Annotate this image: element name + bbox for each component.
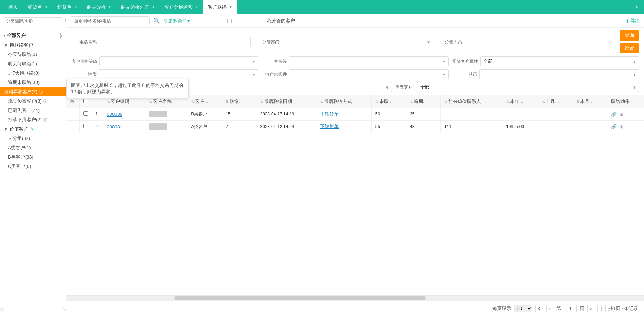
person-select[interactable]: ··· bbox=[464, 37, 616, 47]
nav-sales-order[interactable]: 销货单 × bbox=[23, 0, 52, 14]
sidebar-scroll-right[interactable]: ▷ bbox=[62, 306, 66, 312]
row-checkbox-1[interactable] bbox=[83, 111, 88, 116]
nav-product-analysis-list[interactable]: 商品分析列表 × bbox=[116, 0, 159, 14]
sidebar-item-7days[interactable]: 近7天待联络(0) bbox=[0, 69, 66, 78]
sidebar-value-b[interactable]: B类客户(33) bbox=[0, 152, 66, 162]
sidebar-lost-customers[interactable]: 已流失客户(24) bbox=[0, 106, 66, 115]
sidebar-value-a[interactable]: A类客户(1) bbox=[0, 143, 66, 152]
price-level-select[interactable]: ▾ bbox=[99, 56, 258, 66]
content-area: 🔍 ▽ 更多条件 ▾ 我分管的客户 ⬆ 导出 电话号码 bbox=[66, 14, 644, 316]
edit-icon[interactable]: ✎ bbox=[31, 127, 34, 132]
page-first-button[interactable]: ⟪ bbox=[535, 305, 543, 312]
col-last-contact-date[interactable]: ⇅ 最后联络日期 bbox=[256, 95, 316, 108]
sidebar-search-input[interactable] bbox=[4, 17, 62, 25]
gender-select[interactable]: ▾ bbox=[99, 69, 258, 79]
col-this-year[interactable]: ⇅ 本年... bbox=[502, 95, 538, 108]
cell-contact-person-2: 111 bbox=[441, 121, 502, 133]
sidebar-repeat-purchase[interactable]: 回购异常客户(2) ⓘ bbox=[0, 87, 66, 96]
col-this-month[interactable]: ⇅ 本月... bbox=[573, 95, 607, 108]
col-overdue[interactable]: ⇅ 逾期... bbox=[406, 95, 440, 108]
col-last-contact-method[interactable]: ⇅ 最后联络方式 bbox=[316, 95, 372, 108]
cell-type-1: B类客户 bbox=[187, 108, 222, 121]
cell-action-1: 🔗 ⊞ bbox=[607, 108, 644, 121]
row-checkbox-2[interactable] bbox=[83, 124, 88, 128]
col-type[interactable]: ⇅ 客户... bbox=[187, 95, 222, 108]
contact-icon-2[interactable]: 🔗 bbox=[611, 124, 617, 129]
retail-customer-select[interactable]: 全部 ▾ bbox=[417, 82, 639, 92]
cell-checkbox-1[interactable] bbox=[79, 108, 92, 121]
info-icon: ⓘ bbox=[39, 89, 43, 95]
search-input[interactable] bbox=[71, 16, 150, 25]
phone-input[interactable] bbox=[99, 37, 251, 47]
cell-last-method-1[interactable]: 下销货单 bbox=[316, 108, 372, 121]
sidebar-lost-warning[interactable]: 流失预警客户(3) ⓘ bbox=[0, 96, 66, 106]
phone-label: 电话号码 bbox=[71, 39, 97, 45]
sidebar-scroll-left[interactable]: ◁ bbox=[0, 306, 4, 312]
cell-checkbox-2[interactable] bbox=[79, 121, 92, 133]
nav-product-analysis-close[interactable]: × bbox=[108, 5, 111, 10]
sidebar-value-customers[interactable]: ▼ 价值客户 ✎ bbox=[0, 124, 66, 134]
nav-purchase-order-close[interactable]: × bbox=[74, 5, 77, 10]
per-page-select[interactable]: 50 20 100 bbox=[514, 305, 532, 312]
sidebar-item-tomorrow[interactable]: 明天待联络(1) bbox=[0, 59, 66, 69]
col-contact-count[interactable]: ⇅ 联络... bbox=[222, 95, 256, 108]
nav-customer-contact-close[interactable]: × bbox=[230, 5, 232, 10]
sort-icon: ⇅ bbox=[107, 100, 111, 104]
page-last-button[interactable]: ⟫ bbox=[597, 305, 606, 312]
cell-contact-person-1 bbox=[441, 108, 502, 121]
contact-icon-1[interactable]: 🔗 bbox=[611, 112, 617, 117]
horizontal-scrollbar[interactable] bbox=[66, 295, 644, 300]
sidebar-item-overdue[interactable]: 逾期未联络(30) bbox=[0, 78, 66, 87]
cell-overdue-2: 48 bbox=[406, 121, 440, 133]
nav-product-analysis[interactable]: 商品分析 × bbox=[82, 0, 116, 14]
cell-last-method-2[interactable]: 下销货单 bbox=[316, 121, 372, 133]
window-close-button[interactable]: × bbox=[635, 4, 638, 10]
payment-select[interactable]: ▾ bbox=[289, 69, 449, 79]
more-action-icon-2[interactable]: ⊞ bbox=[620, 124, 624, 129]
nav-sales-order-close[interactable]: × bbox=[45, 5, 47, 10]
sidebar-all-customers[interactable]: ▪ 全部客户 ❯ bbox=[0, 30, 66, 41]
page-next-button[interactable]: › bbox=[587, 305, 594, 312]
more-action-icon-1[interactable]: ⊞ bbox=[620, 112, 624, 117]
sidebar-value-c[interactable]: C类客户(6) bbox=[0, 162, 66, 171]
nav-product-analysis-list-close[interactable]: × bbox=[152, 5, 154, 10]
nav-purchase-order[interactable]: 进货单 × bbox=[52, 0, 82, 14]
cell-code-2[interactable]: 000031 bbox=[103, 121, 145, 133]
nav-home[interactable]: 首页 bbox=[4, 0, 23, 14]
nav-customer-segmentation-close[interactable]: × bbox=[195, 5, 198, 10]
sidebar-waiting-contact[interactable]: ▼ 待联络客户 bbox=[0, 41, 66, 50]
col-no-contact[interactable]: ⇅ 未联... bbox=[371, 95, 406, 108]
col-last-month[interactable]: ⇅ 上月... bbox=[538, 95, 573, 108]
customer-level-select[interactable]: ▾ bbox=[289, 56, 449, 66]
cell-settings-1 bbox=[66, 108, 79, 121]
main-layout: 🔍 ▪ 全部客户 ❯ ▼ 待联络客户 今天待联络(0) 明天待联络(1) 近7天… bbox=[0, 14, 644, 316]
retail-attr-select[interactable]: 全部 ▾ bbox=[480, 56, 639, 66]
sidebar-declining-customers[interactable]: 持续下滑客户(2) ⓘ bbox=[0, 115, 66, 124]
person-select-arrow: ··· bbox=[609, 39, 613, 45]
scroll-thumb[interactable] bbox=[174, 296, 426, 300]
page-input[interactable] bbox=[564, 305, 577, 312]
my-customers-checkbox[interactable] bbox=[194, 19, 265, 23]
cell-code-1[interactable]: 000039 bbox=[103, 108, 145, 121]
col-contact-person[interactable]: ⇅ 往来单位联系人 bbox=[441, 95, 502, 108]
sidebar-item-today[interactable]: 今天待联络(0) bbox=[0, 50, 66, 59]
my-customers-filter[interactable]: 我分管的客户 bbox=[194, 18, 295, 24]
page-prev-button[interactable]: ‹ bbox=[546, 305, 553, 312]
nav-customer-contact[interactable]: 客户联络 × bbox=[203, 0, 237, 14]
cell-action-2: 🔗 ⊞ bbox=[607, 121, 644, 133]
export-button[interactable]: ⬆ 导出 bbox=[625, 18, 640, 24]
retail-customer-label: 零散客户 bbox=[395, 84, 413, 90]
status-select[interactable]: ▾ bbox=[479, 69, 639, 79]
customer-type-arrow: ▾ bbox=[386, 85, 389, 90]
settings-button[interactable]: 设置 bbox=[620, 43, 639, 53]
more-conditions-btn[interactable]: ▽ 更多条件 ▾ bbox=[164, 18, 190, 24]
dept-select[interactable]: ▾ bbox=[282, 37, 434, 47]
search-button[interactable]: 🔍 bbox=[153, 18, 160, 24]
sidebar-value-ungrouped[interactable]: 未分组(32) bbox=[0, 134, 66, 143]
filter-row-1: 电话号码 分管部门 ▾ 分管人员 ··· 查询 设置 bbox=[71, 30, 639, 53]
query-button[interactable]: 查询 bbox=[620, 30, 639, 41]
select-all-checkbox[interactable] bbox=[83, 99, 88, 103]
customer-type-select[interactable]: ▾ bbox=[175, 82, 392, 92]
nav-customer-segmentation[interactable]: 客户分层经营 × bbox=[159, 0, 203, 14]
sort-icon-4: ⇅ bbox=[226, 100, 230, 104]
